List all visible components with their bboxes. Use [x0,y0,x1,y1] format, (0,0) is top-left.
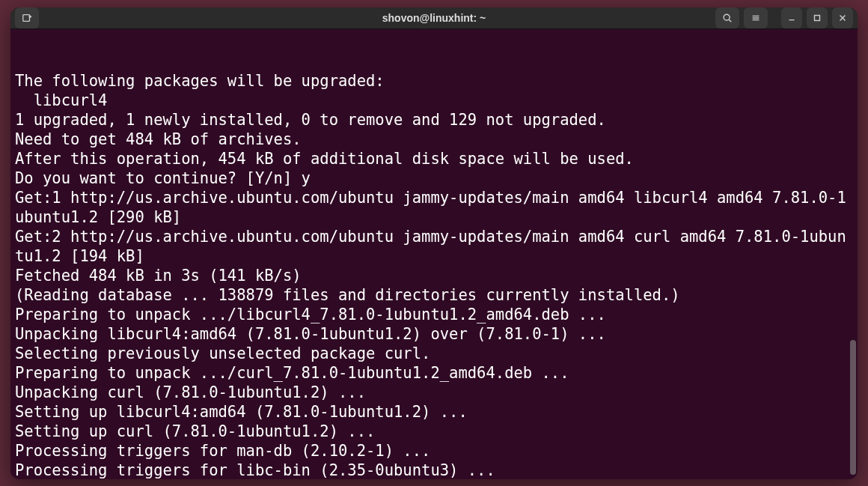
close-button[interactable] [832,7,853,28]
svg-point-3 [724,14,730,20]
svg-rect-0 [23,14,30,21]
new-tab-button[interactable] [15,7,39,28]
maximize-button[interactable] [807,7,828,28]
menu-button[interactable] [744,7,768,28]
titlebar: shovon@linuxhint: ~ [10,7,858,29]
terminal-area[interactable]: The following packages will be upgraded:… [10,29,858,479]
search-button[interactable] [715,7,739,28]
scrollbar-thumb[interactable] [850,340,856,475]
svg-rect-9 [815,15,820,20]
terminal-output: The following packages will be upgraded:… [15,71,853,479]
terminal-window: shovon@linuxhint: ~ [10,7,858,479]
scrollbar[interactable] [849,39,856,476]
minimize-button[interactable] [781,7,802,28]
svg-line-4 [729,19,731,22]
